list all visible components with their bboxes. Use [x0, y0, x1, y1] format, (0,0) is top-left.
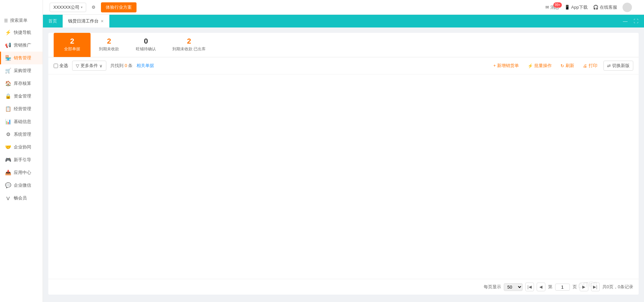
sidebar-label-guide: 新手引导	[14, 157, 31, 163]
page-label: 第	[548, 284, 552, 290]
sidebar-item-member[interactable]: V 畅会员	[0, 192, 43, 204]
company-selector[interactable]: XXXXXX公司 ▾	[50, 3, 86, 12]
sidebar-label-quick-nav: 快捷导航	[14, 29, 31, 36]
toolbar-left: 全选 ▽ 更多条件 ∨ 共找到 0 条 相关单据	[54, 61, 485, 71]
message-icon: ✉	[545, 5, 549, 10]
messages-button[interactable]: ✉ 消息 99+	[545, 4, 559, 10]
sidebar-label-wechat: 企业微信	[14, 182, 31, 188]
online-service-label: 在线客服	[600, 4, 617, 10]
sidebar-icon-wechat: 💬	[5, 182, 11, 188]
app-download-label: App下载	[571, 4, 588, 10]
settings-button[interactable]: ⚙	[89, 3, 98, 12]
stats-label-0: 全部单据	[64, 46, 80, 52]
sidebar-item-basic-info[interactable]: 📊 基础信息	[0, 115, 43, 128]
avatar[interactable]	[623, 3, 632, 12]
stats-count-3: 2	[187, 37, 191, 46]
batch-operation-button[interactable]: ⚡ 批量操作	[525, 61, 554, 70]
trial-button[interactable]: 体验行业方案	[101, 2, 137, 12]
sidebar-label-member: 畅会员	[14, 195, 27, 201]
sidebar-item-inventory[interactable]: 🏠 库存核算	[0, 77, 43, 90]
sidebar-label-appstore: 应用中心	[14, 170, 31, 176]
last-page-button[interactable]: ▶|	[591, 283, 600, 291]
sidebar-label-finance: 资金管理	[14, 93, 31, 99]
sidebar-item-guide[interactable]: 🎮 新手引导	[0, 154, 43, 166]
service-icon: 🎧	[593, 5, 598, 10]
stats-tab-3[interactable]: 2 到期未收款 已出库	[164, 33, 214, 57]
nav-tab-1[interactable]: 钱货日清工作台✕	[63, 15, 109, 27]
sidebar-icon-operations: 📋	[5, 106, 11, 112]
sidebar-item-purchase[interactable]: 🛒 采购管理	[0, 64, 43, 77]
sidebar-item-wechat[interactable]: 💬 企业微信	[0, 179, 43, 192]
next-page-button[interactable]: ▶	[580, 283, 588, 291]
close-tab-icon-1[interactable]: ✕	[101, 19, 104, 23]
sidebar-label-enterprise: 企业协同	[14, 144, 31, 150]
switch-version-button[interactable]: ⇄ 切换新版	[603, 61, 633, 71]
sidebar-label-sales: 销售管理	[14, 55, 31, 61]
sidebar-label-inventory: 库存核算	[14, 80, 31, 86]
related-orders-link[interactable]: 相关单据	[137, 63, 154, 69]
messages-badge: 99+	[553, 2, 562, 8]
nav-tab-label-0: 首页	[48, 18, 57, 24]
sidebar-item-system[interactable]: ⚙ 系统管理	[0, 128, 43, 141]
maximize-button[interactable]: ⛶	[632, 17, 640, 25]
stats-tab-2[interactable]: 0 旺铺待确认	[127, 33, 164, 57]
filter-icon: ▽	[76, 63, 79, 68]
refresh-button[interactable]: ↻ 刷新	[558, 61, 577, 70]
sidebar-item-appstore[interactable]: 📥 应用中心	[0, 166, 43, 179]
sidebar-label-operations: 经营管理	[14, 106, 31, 112]
sidebar-item-enterprise[interactable]: 🤝 企业协同	[0, 141, 43, 154]
sidebar-label-marketing: 营销推广	[14, 42, 31, 48]
per-page-select[interactable]: 50 100 200	[504, 283, 523, 291]
sidebar-item-sales[interactable]: 🏪 销售管理	[0, 52, 43, 64]
main-content: 2 全部单据 2 到期未收款 0 旺铺待确认 2 到期未收款 已出库 全选 ▽ …	[43, 27, 644, 302]
stats-count-0: 2	[70, 37, 74, 46]
nav-tab-0[interactable]: 首页	[43, 15, 63, 27]
sidebar-label-system: 系统管理	[14, 131, 31, 137]
sidebar-icon-appstore: 📥	[5, 170, 11, 176]
minimize-button[interactable]: —	[621, 17, 629, 25]
switch-icon: ⇄	[607, 63, 611, 68]
app-download-button[interactable]: 📱 App下载	[565, 4, 588, 10]
header-right: ✉ 消息 99+ 📱 App下载 🎧 在线客服	[545, 3, 640, 12]
search-menu-label: 搜索菜单	[10, 17, 28, 23]
nav-tabs: 首页钱货日清工作台✕ — ⛶	[43, 15, 644, 27]
sidebar-item-finance[interactable]: 🔒 资金管理	[0, 90, 43, 103]
pagination-footer: 每页显示 50 100 200 |◀ ◀ 第 页 ▶ ▶| 共0页，0条记录	[48, 279, 639, 295]
search-icon: ☰	[4, 18, 8, 23]
toolbar-right: + 新增销货单 ⚡ 批量操作 ↻ 刷新 🖨 打印 ⇄ 切换新版	[489, 61, 633, 71]
nav-tab-label-1: 钱货日清工作台	[68, 18, 99, 24]
table-area	[48, 74, 639, 279]
nav-tab-actions: — ⛶	[621, 17, 644, 25]
sidebar-label-purchase: 采购管理	[14, 68, 31, 74]
content-panel: 2 全部单据 2 到期未收款 0 旺铺待确认 2 到期未收款 已出库 全选 ▽ …	[48, 33, 639, 295]
sidebar-icon-member: V	[5, 195, 11, 201]
sidebar-item-marketing[interactable]: 📢 营销推广	[0, 39, 43, 52]
first-page-button[interactable]: |◀	[525, 283, 534, 291]
sidebar-item-quick-nav[interactable]: ⚡ 快捷导航	[0, 26, 43, 39]
stats-label-2: 旺铺待确认	[136, 46, 156, 52]
sidebar-icon-quick-nav: ⚡	[5, 29, 11, 36]
select-all-checkbox[interactable]: 全选	[54, 63, 68, 69]
refresh-icon: ↻	[560, 63, 564, 68]
sidebar-item-operations[interactable]: 📋 经营管理	[0, 103, 43, 115]
online-service-button[interactable]: 🎧 在线客服	[593, 4, 617, 10]
batch-icon: ⚡	[528, 63, 533, 68]
per-page-label: 每页显示	[484, 284, 501, 290]
add-sales-order-button[interactable]: + 新增销货单	[489, 61, 522, 70]
search-menu-item[interactable]: ☰ 搜索菜单	[0, 15, 43, 26]
company-name: XXXXXX公司	[53, 4, 79, 10]
more-filters-button[interactable]: ▽ 更多条件 ∨	[72, 61, 106, 71]
page-number-input[interactable]	[555, 284, 570, 291]
sidebar-icon-enterprise: 🤝	[5, 144, 11, 150]
print-button[interactable]: 🖨 打印	[580, 61, 600, 70]
stats-count-2: 0	[144, 37, 148, 46]
chevron-down-icon: ▾	[81, 5, 83, 9]
prev-page-button[interactable]: ◀	[537, 283, 545, 291]
select-all-input[interactable]	[54, 64, 58, 68]
stats-tab-1[interactable]: 2 到期未收款	[91, 33, 127, 57]
more-filters-label: 更多条件	[80, 63, 98, 69]
stats-tab-0[interactable]: 2 全部单据	[54, 33, 91, 57]
top-header: 6 畅捷通好生意 标准版 XXXXXX公司 ▾ ⚙ 体验行业方案 ✉ 消息 99…	[0, 0, 644, 15]
stats-label-3: 到期未收款 已出库	[172, 46, 206, 52]
toolbar: 全选 ▽ 更多条件 ∨ 共找到 0 条 相关单据 + 新增销货单	[48, 57, 639, 74]
